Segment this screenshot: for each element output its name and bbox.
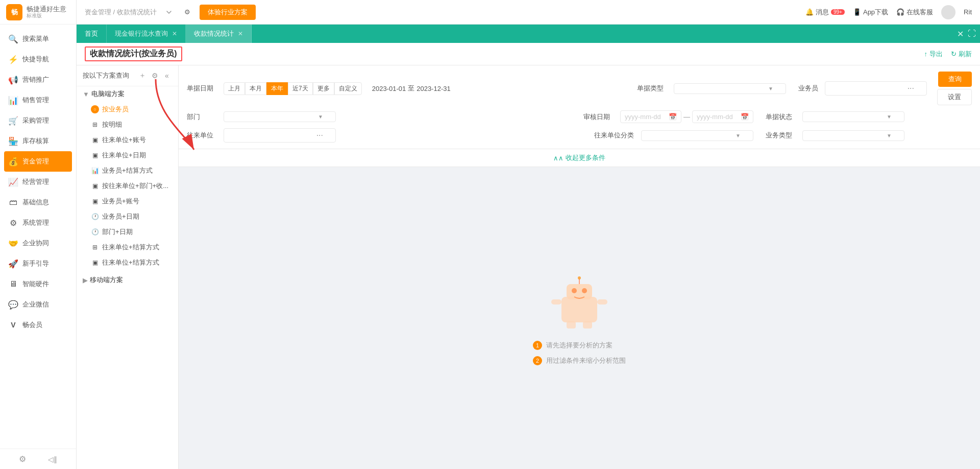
refresh-button[interactable]: ↻ 刷新: [951, 50, 972, 59]
doc-status-arrow: ▼: [887, 114, 892, 120]
sidebar-item-guide[interactable]: 🚀 新手引导: [0, 253, 76, 274]
date-tab-custom[interactable]: 自定义: [334, 82, 362, 95]
svg-point-3: [582, 288, 587, 293]
collapse-sidebar-icon[interactable]: ◁∥: [48, 455, 57, 463]
dropdown-icon[interactable]: [163, 6, 175, 18]
review-date-from[interactable]: yyyy-mm-dd 📅: [620, 110, 681, 123]
date-tab-this-month[interactable]: 本月: [245, 82, 266, 95]
tab-collection[interactable]: 收款情况统计 ✕: [186, 25, 252, 43]
pc-group-toggle: ▼: [83, 90, 89, 98]
chevron-up-icon: ∧∧: [553, 154, 564, 162]
partner-category-label: 往来单位分类: [594, 131, 635, 140]
scheme-group-mobile-title[interactable]: ▶ 移动端方案: [77, 272, 178, 288]
phone-icon: 📱: [853, 8, 861, 16]
settings-footer-icon[interactable]: ⚙: [19, 454, 26, 464]
doc-status-select[interactable]: ▼: [802, 111, 904, 122]
service-icon: 🎧: [896, 8, 904, 16]
partner-select[interactable]: ···: [224, 128, 336, 143]
scheme-group-pc-title[interactable]: ▼ 电脑端方案: [77, 86, 178, 102]
sidebar-item-inventory[interactable]: 🏪 库存核算: [0, 131, 76, 151]
sidebar-item-system[interactable]: ⚙ 系统管理: [0, 213, 76, 233]
export-button[interactable]: ↑ 导出: [924, 50, 943, 59]
scheme-item-unit-dept[interactable]: ▣ 按往来单位+部门+收...: [77, 178, 178, 194]
sidebar-item-hardware[interactable]: 🖥 智能硬件: [0, 274, 76, 294]
tab-expand-icon[interactable]: ⛶: [968, 29, 976, 38]
guide-icon: 🚀: [8, 259, 18, 269]
collapse-panel-button[interactable]: «: [162, 71, 172, 81]
scheme-item-unit-settlement1[interactable]: ⊞ 往来单位+结算方式: [77, 240, 178, 255]
sidebar-item-operation[interactable]: 📈 经营管理: [0, 172, 76, 192]
sidebar-item-enterprise[interactable]: 🤝 企业协同: [0, 233, 76, 253]
date-tab-prev-month[interactable]: 上月: [224, 82, 245, 95]
scheme-item-salesperson[interactable]: ○ 按业务员: [77, 102, 178, 117]
sidebar-item-wechat[interactable]: 💬 企业微信: [0, 294, 76, 315]
collapse-button[interactable]: ∧∧ 收起更多条件: [179, 149, 980, 167]
empty-step-1: 1 请先选择要分析的方案: [533, 341, 626, 350]
dept-arrow: ▼: [318, 114, 323, 120]
sidebar-item-search[interactable]: 🔍 搜索菜单: [0, 29, 76, 49]
tab-bank-close[interactable]: ✕: [172, 30, 177, 37]
sidebar-item-vip[interactable]: V 畅会员: [0, 315, 76, 335]
scheme-item-unit-date[interactable]: ▣ 往来单位+日期: [77, 148, 178, 163]
tab-bank[interactable]: 现金银行流水查询 ✕: [107, 25, 186, 43]
scheme-item-salesperson-account[interactable]: ▣ 业务员+账号: [77, 194, 178, 209]
partner-category-select[interactable]: ▼: [641, 130, 753, 141]
tab-home[interactable]: 首页: [77, 25, 107, 43]
sidebar-item-quicknav[interactable]: ⚡ 快捷导航: [0, 49, 76, 69]
tab-collection-close[interactable]: ✕: [238, 30, 243, 37]
sidebar-item-finance[interactable]: 💰 资金管理: [4, 151, 72, 172]
tab-close-all-icon[interactable]: ✕: [957, 29, 964, 39]
sidebar-item-purchase[interactable]: 🛒 采购管理: [0, 110, 76, 131]
biz-type-select[interactable]: ▼: [802, 130, 904, 141]
settings-button[interactable]: 设置: [937, 89, 972, 105]
sidebar-item-sales[interactable]: 📊 销售管理: [0, 90, 76, 110]
salesperson-more[interactable]: ···: [908, 84, 914, 93]
date-tab-more[interactable]: 更多: [313, 82, 334, 95]
header-settings-icon[interactable]: ⚙: [181, 6, 193, 18]
scheme-item-salesperson-settlement[interactable]: 📊 业务员+结算方式: [77, 163, 178, 178]
user-avatar[interactable]: [941, 5, 955, 19]
messages-button[interactable]: 🔔 消息 99+: [805, 8, 845, 17]
review-date-to[interactable]: yyyy-mm-dd 📅: [692, 110, 753, 123]
message-badge: 99+: [831, 9, 845, 15]
scheme-item-salesperson-date[interactable]: 🕐 业务员+日期: [77, 209, 178, 224]
scheme-item-dept-date[interactable]: 🕐 部门+日期: [77, 224, 178, 240]
scheme-item-unit-account[interactable]: ▣ 往来单位+账号: [77, 132, 178, 148]
calendar-from-icon: 📅: [669, 113, 677, 121]
bell-icon: 🔔: [805, 8, 814, 16]
header: 资金管理 / 收款情况统计 ⚙ 体验行业方案 🔔 消息 99+ 📱 App下载 …: [77, 0, 980, 25]
dept-label: 部门: [187, 112, 217, 122]
sales-icon: 📊: [8, 95, 18, 105]
dept-select[interactable]: ▼: [224, 111, 336, 122]
dept-date-icon: 🕐: [91, 228, 99, 236]
left-panel-header: 按以下方案查询 ＋ ⚙ «: [77, 65, 178, 86]
filter-row-1: 单据日期 上月 本月 本年 近7天 更多 自定义 2023-01-01 至 20…: [187, 72, 972, 105]
sidebar-item-marketing[interactable]: 📢 营销推广: [0, 69, 76, 90]
scheme-group-mobile: ▶ 移动端方案: [77, 272, 178, 288]
add-scheme-button[interactable]: ＋: [137, 71, 148, 81]
partner-more[interactable]: ···: [316, 131, 323, 140]
scheme-settings-button[interactable]: ⚙: [150, 71, 160, 81]
sidebar-item-base[interactable]: 🗃 基础信息: [0, 192, 76, 213]
left-panel-actions: ＋ ⚙ «: [137, 71, 172, 81]
main-content: 收款情况统计(按业务员) ↑ 导出 ↻ 刷新 按以下方案查询 ＋ ⚙ «: [77, 43, 980, 469]
scheme-item-detail[interactable]: ⊞ 按明细: [77, 117, 178, 132]
doc-type-select[interactable]: ▼: [674, 83, 786, 94]
salesperson-label: 业务员: [798, 84, 819, 93]
date-tab-last7days[interactable]: 近7天: [288, 82, 313, 95]
purchase-icon: 🛒: [8, 115, 18, 126]
query-button[interactable]: 查询: [938, 72, 972, 87]
unit-settlement2-icon: ▣: [91, 259, 99, 267]
app-download-button[interactable]: 📱 App下载: [853, 8, 888, 17]
trial-button[interactable]: 体验行业方案: [200, 5, 256, 20]
partner-label: 往来单位: [187, 131, 217, 140]
date-tab-this-year[interactable]: 本年: [266, 82, 288, 95]
left-panel: 按以下方案查询 ＋ ⚙ « ▼ 电脑端方案 ○ 按业务员 ⊞: [77, 65, 179, 469]
salesperson-select[interactable]: ···: [825, 81, 927, 96]
empty-illustration: 1 请先选择要分析的方案 2 用过滤条件来缩小分析范围: [533, 271, 626, 365]
breadcrumb: 资金管理 / 收款情况统计: [85, 8, 157, 17]
vip-icon: V: [8, 320, 18, 330]
online-service-button[interactable]: 🎧 在线客服: [896, 8, 933, 17]
salesperson-active-icon: ○: [91, 105, 99, 113]
scheme-item-unit-settlement2[interactable]: ▣ 往来单位+结算方式: [77, 255, 178, 270]
